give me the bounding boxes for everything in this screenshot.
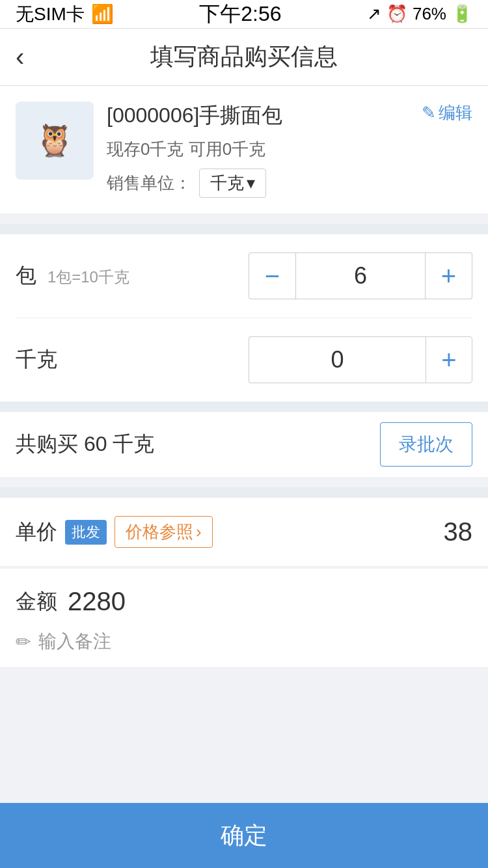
battery-text: 76% [413, 4, 446, 24]
package-input[interactable] [295, 252, 426, 299]
status-time: 下午2:56 [199, 0, 281, 29]
product-stock: 现存0千克 可用0千克 [107, 138, 472, 161]
back-button[interactable]: ‹ [16, 42, 24, 72]
confirm-button[interactable]: 确定 [0, 803, 488, 868]
kg-label: 千克 [16, 347, 57, 371]
quantity-section: 包 1包=10千克 − + 千克 + [0, 234, 488, 401]
kg-input[interactable] [249, 336, 426, 383]
price-label: 单价 [16, 518, 57, 547]
separator-3 [0, 487, 488, 498]
price-section: 单价 批发 价格参照 › 38 [0, 498, 488, 566]
batch-button[interactable]: 录批次 [380, 422, 472, 467]
alarm-icon: ⏰ [386, 4, 407, 24]
status-bar: 无SIM卡 📶 下午2:56 ↗ ⏰ 76% 🔋 [0, 0, 488, 29]
total-section: 共购买 60 千克 录批次 [0, 412, 488, 477]
page-title: 填写商品购买信息 [150, 41, 338, 73]
total-prefix: 共购买 [16, 432, 78, 455]
edit-button[interactable]: ✎ 编辑 [422, 102, 472, 124]
remark-label: 输入备注 [38, 629, 111, 654]
product-name: [0000006]手撕面包 [107, 102, 282, 130]
price-value: 38 [444, 517, 473, 547]
product-card: 🦉 [0000006]手撕面包 ✎ 编辑 现存0千克 可用0千克 销售单位： 千… [0, 86, 488, 213]
battery-icon: 🔋 [452, 4, 472, 24]
remark-row[interactable]: ✏ 输入备注 [16, 629, 472, 654]
edit-label: 编辑 [439, 102, 472, 124]
package-plus-button[interactable]: + [426, 252, 472, 299]
total-amount: 60 [84, 432, 107, 455]
separator-1 [0, 224, 488, 234]
separator-2 [0, 401, 488, 412]
edit-icon: ✎ [422, 103, 436, 123]
wifi-icon: 📶 [91, 3, 114, 25]
amount-row: 金额 2280 [16, 587, 472, 616]
amount-section: 金额 2280 ✏ 输入备注 [0, 569, 488, 667]
unit-selector[interactable]: 千克 ▾ [199, 169, 266, 198]
package-row: 包 1包=10千克 − + [16, 234, 472, 318]
product-unit-row: 销售单位： 千克 ▾ [107, 169, 472, 198]
pencil-icon: ✏ [16, 631, 31, 653]
amount-value: 2280 [68, 587, 126, 616]
unit-label: 销售单位： [107, 172, 191, 195]
package-sublabel: 1包=10千克 [47, 268, 129, 286]
total-text: 共购买 60 千克 [16, 430, 154, 459]
price-left: 单价 批发 价格参照 › [16, 516, 213, 548]
kg-plus-button[interactable]: + [426, 336, 472, 383]
status-right: ↗ ⏰ 76% 🔋 [367, 4, 472, 24]
price-batch-tag: 批发 [65, 520, 107, 545]
product-logo-icon: 🦉 [35, 122, 74, 159]
carrier-text: 无SIM卡 [16, 2, 85, 27]
price-ref-chevron-icon: › [196, 522, 202, 542]
product-image: 🦉 [16, 102, 94, 180]
unit-chevron-icon: ▾ [247, 173, 255, 193]
location-icon: ↗ [367, 4, 381, 24]
status-left: 无SIM卡 📶 [16, 2, 114, 27]
kg-label-group: 千克 [16, 346, 57, 374]
nav-bar: ‹ 填写商品购买信息 [0, 29, 488, 86]
package-label-group: 包 1包=10千克 [16, 262, 129, 290]
amount-label: 金额 [16, 588, 57, 616]
unit-value: 千克 [210, 172, 244, 195]
product-info: [0000006]手撕面包 ✎ 编辑 现存0千克 可用0千克 销售单位： 千克 … [107, 102, 472, 198]
kg-row: 千克 + [16, 318, 472, 401]
package-minus-button[interactable]: − [249, 252, 295, 299]
kg-controls: + [249, 336, 472, 383]
price-ref-button[interactable]: 价格参照 › [115, 516, 213, 548]
package-label: 包 [16, 264, 36, 287]
total-unit: 千克 [113, 432, 154, 455]
package-controls: − + [249, 252, 472, 299]
price-ref-label: 价格参照 [126, 521, 193, 543]
